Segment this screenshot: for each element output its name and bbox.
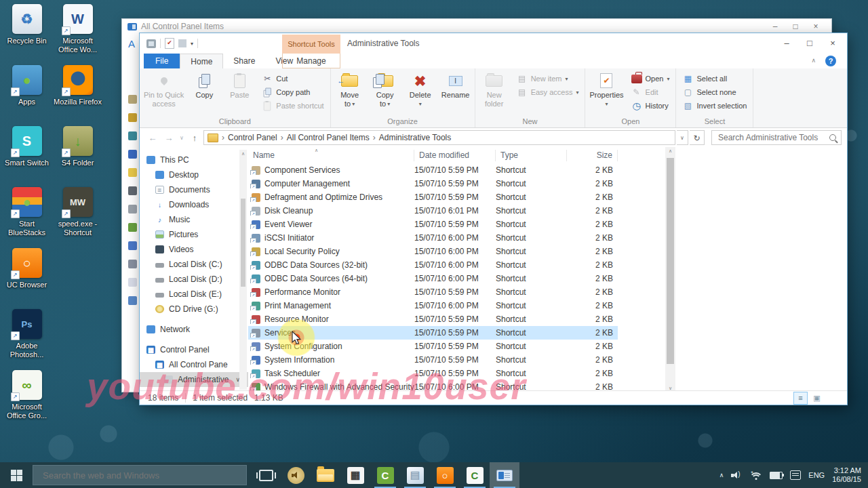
control-panel-item-icon[interactable]	[128, 95, 137, 104]
details-view-button[interactable]: ≡	[793, 392, 808, 405]
file-row[interactable]: Disk Cleanup 15/07/10 6:01 PM Shortcut 2…	[248, 204, 618, 218]
search-icon[interactable]	[829, 134, 836, 141]
pin-to-quick-access-button[interactable]: Pin to Quick access	[141, 70, 186, 115]
uc-browser-icon[interactable]: ○	[430, 462, 460, 488]
new-folder-button[interactable]: New folder	[477, 70, 512, 115]
uc-browser-icon[interactable]: ○ UC Browser	[2, 248, 52, 309]
videos-icon[interactable]: Videos	[140, 242, 248, 257]
forward-button[interactable]: →	[161, 133, 176, 143]
rename-button[interactable]: I Rename	[438, 70, 473, 115]
column-header-size[interactable]: Size	[567, 150, 618, 161]
column-header-date-modified[interactable]: Date modified	[414, 150, 496, 161]
folder-properties-icon[interactable]	[146, 39, 156, 48]
office-groove-icon[interactable]: ∞ Microsoft Office Gro...	[2, 370, 52, 431]
open-button[interactable]: Open▾	[627, 72, 675, 85]
file-row[interactable]: Event Viewer 15/07/10 5:59 PM Shortcut 2…	[248, 218, 618, 231]
copy-to-button[interactable]: Copy to▾	[368, 70, 403, 115]
control-panel-icon[interactable]: ▦ All Control Pane	[140, 357, 248, 372]
checkmark-doc-icon[interactable]: ✔	[165, 38, 174, 49]
copy-button[interactable]: Copy	[186, 70, 222, 115]
desktop-folder-icon[interactable]: Desktop	[140, 167, 248, 182]
nav-scrollbar[interactable]: ∧	[239, 150, 247, 390]
list-scrollbar[interactable]: ∧ ∨	[665, 147, 675, 392]
delete-button[interactable]: ✖ Delete ▾	[403, 70, 438, 115]
music-icon[interactable]: ♪ Music	[140, 212, 248, 227]
select-all-button[interactable]: ▦ Select all	[677, 72, 751, 85]
control-panel-icon[interactable]: ▦ Control Panel	[140, 342, 248, 357]
paste-shortcut-button[interactable]: Paste shortcut	[257, 99, 328, 113]
file-row[interactable]: Computer Management 15/07/10 5:59 PM Sho…	[248, 177, 618, 190]
explorer-titlebar[interactable]: ✔ ▾ Shortcut Tools Administrative Tools …	[140, 33, 847, 54]
contextual-tab-shortcut-tools[interactable]: Shortcut Tools	[282, 35, 340, 54]
tab-file[interactable]: File	[144, 54, 180, 68]
back-maximize-button[interactable]: □	[785, 19, 806, 34]
control-panel-item-icon[interactable]	[128, 205, 137, 214]
smart-switch-icon[interactable]: S Smart Switch	[2, 126, 52, 187]
task-view-icon[interactable]	[251, 462, 281, 488]
history-button[interactable]: ◷ History	[627, 99, 675, 113]
minimize-button[interactable]: –	[775, 33, 798, 54]
address-bar[interactable]: › Control Panel › All Control Panel Item…	[203, 130, 675, 145]
scroll-up-icon[interactable]: ∧	[239, 150, 247, 157]
back-window-titlebar[interactable]: All Control Panel Items – □ ×	[122, 19, 831, 34]
photoshop-icon[interactable]: Ps Adobe Photosh...	[2, 309, 52, 370]
pictures-icon[interactable]: Pictures	[140, 227, 248, 242]
control-panel-item-icon[interactable]	[128, 241, 137, 250]
tab-home[interactable]: Home	[180, 54, 223, 68]
file-row[interactable]: Component Services 15/07/10 5:59 PM Shor…	[248, 163, 618, 177]
taskbar-search[interactable]	[33, 465, 247, 485]
invert-selection-button[interactable]: ▧ Invert selection	[677, 99, 751, 113]
tab-share[interactable]: Share	[223, 54, 265, 68]
copy-path-button[interactable]: Copy path	[257, 85, 328, 99]
notepad-icon[interactable]: ▤	[400, 462, 430, 488]
firefox-icon[interactable]: Mozilla Firefox	[53, 65, 103, 126]
file-row[interactable]: Print Management 15/07/10 6:00 PM Shortc…	[248, 299, 618, 312]
control-panel-item-icon[interactable]	[128, 296, 137, 305]
up-button[interactable]: ↑	[187, 133, 202, 143]
clock[interactable]: 3:12 AM 16/08/15	[832, 466, 861, 484]
scroll-up-icon[interactable]: ∧	[665, 147, 675, 154]
file-row[interactable]: System Information 15/07/10 5:59 PM Shor…	[248, 353, 618, 367]
apps-icon[interactable]: ● Apps	[2, 65, 52, 126]
windows-store-icon[interactable]: ▦	[340, 462, 370, 488]
select-none-button[interactable]: ▢ Select none	[677, 85, 751, 99]
search-input[interactable]	[717, 132, 829, 143]
battery-icon[interactable]	[770, 472, 783, 479]
word-icon[interactable]: W Microsoft Office Wo...	[53, 4, 103, 65]
control-panel-item-icon[interactable]	[128, 168, 137, 177]
recycle-bin-icon[interactable]: ♻ Recycle Bin	[2, 4, 52, 65]
file-row[interactable]: ODBC Data Sources (64-bit) 15/07/10 6:00…	[248, 272, 618, 285]
properties-button[interactable]: ✔ Properties ▾	[587, 70, 626, 115]
control-panel-item-icon[interactable]	[128, 113, 137, 122]
file-row[interactable]: System Configuration 15/07/10 5:59 PM Sh…	[248, 340, 618, 353]
close-button[interactable]: ×	[821, 33, 844, 54]
volume-icon[interactable]: )	[731, 471, 743, 480]
help-button[interactable]: ?	[825, 56, 836, 66]
breadcrumb-item[interactable]: Control Panel	[228, 133, 277, 142]
bluestacks-icon[interactable]: ● Start BlueStacks	[2, 187, 52, 248]
control-panel-item-icon[interactable]	[128, 278, 137, 287]
column-header-name[interactable]: ∧Name	[248, 150, 414, 161]
control-panel-item-icon[interactable]	[128, 186, 137, 195]
language-indicator[interactable]: ENG	[808, 471, 825, 479]
downloads-icon[interactable]: ↓ Downloads	[140, 197, 248, 212]
large-icons-view-button[interactable]: ▣	[810, 392, 824, 405]
customize-qat-chevron-icon[interactable]: ▾	[191, 41, 193, 47]
qat-placeholder-icon[interactable]	[178, 39, 186, 47]
search-box[interactable]	[711, 130, 842, 145]
file-explorer-icon[interactable]	[311, 462, 340, 488]
recent-locations-chevron-icon[interactable]: ∨	[178, 135, 186, 141]
move-to-button[interactable]: ← Move to▾	[332, 70, 368, 115]
control-panel-item-icon[interactable]	[128, 150, 137, 159]
camtasia-recorder-icon[interactable]: C	[370, 462, 400, 488]
cd-icon[interactable]: CD Drive (G:)	[140, 302, 248, 317]
collapse-ribbon-chevron-icon[interactable]: ∧	[811, 57, 816, 64]
file-row[interactable]: Resource Monitor 15/07/10 5:59 PM Shortc…	[248, 312, 618, 326]
admin-tools-icon[interactable]: Administrative ∨	[140, 372, 248, 387]
file-row[interactable]: iSCSI Initiator 15/07/10 6:00 PM Shortcu…	[248, 231, 618, 245]
nfs-mw-icon[interactable]: MW speed.exe - Shortcut	[53, 187, 103, 248]
network-icon[interactable]: Network	[140, 322, 248, 337]
file-row[interactable]: Defragment and Optimize Drives 15/07/10 …	[248, 190, 618, 204]
file-row[interactable]: Local Security Policy 15/07/10 6:00 PM S…	[248, 245, 618, 258]
volume-mixer-icon[interactable]	[281, 462, 311, 488]
